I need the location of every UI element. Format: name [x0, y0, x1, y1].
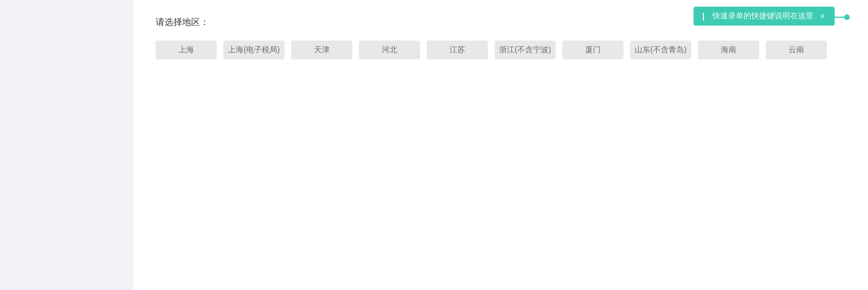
tooltip-connector-dot: [844, 14, 850, 20]
region-btn-jiangsu[interactable]: 江苏: [427, 41, 488, 59]
tooltip-close-button[interactable]: ×: [819, 12, 826, 21]
region-btn-xiamen[interactable]: 厦门: [562, 41, 623, 59]
region-btn-hainan[interactable]: 海南: [698, 41, 759, 59]
region-btn-yunnan[interactable]: 云南: [766, 41, 827, 59]
region-btn-shandong[interactable]: 山东(不含青岛): [630, 41, 691, 59]
region-buttons: 上海上海(电子税局)天津河北江苏浙江(不含宁波)厦门山东(不含青岛)海南云南: [156, 41, 846, 59]
tooltip-banner: 快速录单的快捷键说明在这里 ×: [694, 7, 835, 26]
tooltip-text: 快速录单的快捷键说明在这里: [712, 11, 814, 21]
region-btn-tianjin[interactable]: 天津: [291, 41, 352, 59]
region-btn-hebei[interactable]: 河北: [359, 41, 420, 59]
region-btn-shanghai-etax[interactable]: 上海(电子税局): [223, 41, 285, 59]
region-btn-zhejiang[interactable]: 浙江(不含宁波): [495, 41, 556, 59]
region-btn-shanghai[interactable]: 上海: [156, 41, 217, 59]
tooltip-connector-line: [834, 17, 844, 18]
main-content: 请选择地区： 上海上海(电子税局)天津河北江苏浙江(不含宁波)厦门山东(不含青岛…: [133, 0, 868, 290]
sidebar: [0, 0, 133, 290]
